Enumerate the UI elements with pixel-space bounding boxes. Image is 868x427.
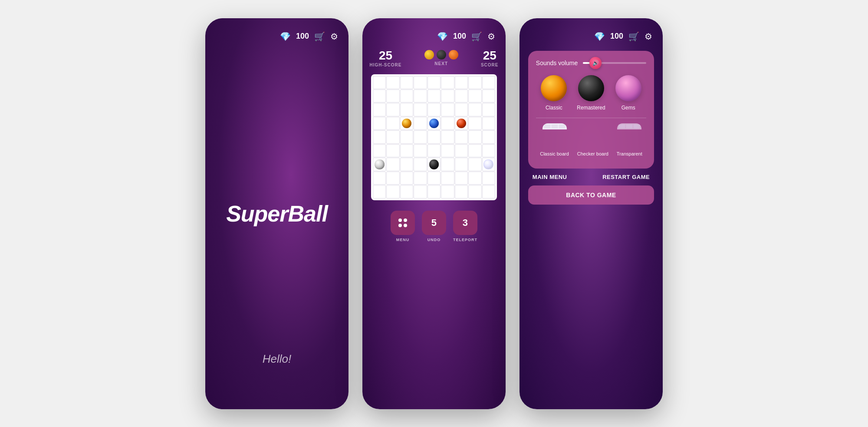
cell-3-8[interactable] (468, 103, 481, 116)
cart-button-1[interactable]: 🛒 (314, 31, 325, 42)
cell-7-4[interactable] (414, 158, 427, 171)
cell-6-8[interactable] (468, 144, 481, 157)
cell-1-8[interactable] (468, 76, 481, 89)
cell-8-3[interactable] (400, 172, 413, 185)
cell-9-8[interactable] (468, 185, 481, 198)
cell-9-6[interactable] (441, 185, 454, 198)
cell-3-7[interactable] (455, 103, 468, 116)
cell-6-9[interactable] (482, 144, 495, 157)
menu-button[interactable] (391, 211, 415, 235)
cell-8-6[interactable] (441, 172, 454, 185)
cell-1-9[interactable] (482, 76, 495, 89)
cell-2-7[interactable] (455, 89, 468, 103)
cell-7-5[interactable] (427, 158, 441, 171)
cell-7-7[interactable] (455, 158, 468, 171)
cell-7-6[interactable] (441, 158, 454, 171)
cell-2-1[interactable] (373, 89, 386, 103)
board-option-checker[interactable]: Checker board (577, 123, 608, 156)
cell-5-3[interactable] (400, 130, 413, 143)
cell-1-2[interactable] (386, 76, 399, 89)
cell-8-4[interactable] (414, 172, 427, 185)
cell-7-2[interactable] (386, 158, 399, 171)
cell-2-5[interactable] (427, 89, 441, 103)
cell-3-9[interactable] (482, 103, 495, 116)
cell-9-1[interactable] (373, 185, 386, 198)
cell-3-5[interactable] (427, 103, 441, 116)
cell-4-9[interactable] (482, 117, 495, 130)
cell-5-6[interactable] (441, 130, 454, 143)
cell-9-7[interactable] (455, 185, 468, 198)
cell-9-4[interactable] (414, 185, 427, 198)
cell-5-8[interactable] (468, 130, 481, 143)
cell-1-3[interactable] (400, 76, 413, 89)
cart-button-2[interactable]: 🛒 (471, 31, 482, 42)
cell-3-6[interactable] (441, 103, 454, 116)
teleport-button[interactable]: 3 (453, 211, 477, 235)
cell-5-5[interactable] (427, 130, 441, 143)
cell-7-1[interactable] (373, 158, 386, 171)
cell-8-9[interactable] (482, 172, 495, 185)
settings-button-2[interactable]: ⚙ (487, 31, 495, 42)
cell-2-9[interactable] (482, 89, 495, 103)
cell-3-4[interactable] (414, 103, 427, 116)
cell-5-1[interactable] (373, 130, 386, 143)
cell-4-6[interactable] (441, 117, 454, 130)
cart-button-3[interactable]: 🛒 (628, 31, 639, 42)
restart-game-button[interactable]: RESTART GAME (602, 174, 650, 180)
cell-7-9[interactable] (482, 158, 495, 171)
cell-4-4[interactable] (414, 117, 427, 130)
settings-button-3[interactable]: ⚙ (644, 31, 652, 42)
cell-8-7[interactable] (455, 172, 468, 185)
cell-4-1[interactable] (373, 117, 386, 130)
slider-thumb[interactable]: 🔊 (589, 57, 602, 69)
cell-6-7[interactable] (455, 144, 468, 157)
volume-slider[interactable]: 🔊 (583, 62, 646, 64)
cell-8-1[interactable] (373, 172, 386, 185)
cell-8-5[interactable] (427, 172, 441, 185)
cell-3-1[interactable] (373, 103, 386, 116)
board-option-transparent[interactable]: Transparent (617, 123, 642, 156)
cell-4-5[interactable] (427, 117, 441, 130)
cell-6-2[interactable] (386, 144, 399, 157)
ball-option-gems[interactable]: Gems (615, 75, 641, 111)
cell-1-1[interactable] (373, 76, 386, 89)
settings-button-1[interactable]: ⚙ (330, 31, 338, 42)
cell-1-6[interactable] (441, 76, 454, 89)
cell-7-8[interactable] (468, 158, 481, 171)
cell-7-3[interactable] (400, 158, 413, 171)
cell-5-7[interactable] (455, 130, 468, 143)
cell-4-3[interactable] (400, 117, 413, 130)
cell-6-4[interactable] (414, 144, 427, 157)
cell-1-5[interactable] (427, 76, 441, 89)
cell-9-2[interactable] (386, 185, 399, 198)
game-board[interactable] (371, 74, 497, 200)
cell-2-6[interactable] (441, 89, 454, 103)
cell-1-4[interactable] (414, 76, 427, 89)
cell-5-2[interactable] (386, 130, 399, 143)
cell-4-8[interactable] (468, 117, 481, 130)
cell-2-4[interactable] (414, 89, 427, 103)
ball-option-remastered[interactable]: Remastered (577, 75, 605, 111)
cell-6-6[interactable] (441, 144, 454, 157)
cell-6-1[interactable] (373, 144, 386, 157)
cell-5-9[interactable] (482, 130, 495, 143)
ball-option-classic[interactable]: Classic (541, 75, 567, 111)
cell-8-2[interactable] (386, 172, 399, 185)
cell-3-2[interactable] (386, 103, 399, 116)
cell-8-8[interactable] (468, 172, 481, 185)
cell-2-2[interactable] (386, 89, 399, 103)
cell-1-7[interactable] (455, 76, 468, 89)
cell-3-3[interactable] (400, 103, 413, 116)
back-to-game-button[interactable]: BACK TO GAME (528, 185, 654, 205)
main-menu-button[interactable]: MAIN MENU (533, 174, 567, 180)
cell-2-3[interactable] (400, 89, 413, 103)
cell-6-5[interactable] (427, 144, 441, 157)
cell-6-3[interactable] (400, 144, 413, 157)
undo-button[interactable]: 5 (422, 211, 446, 235)
cell-4-7[interactable] (455, 117, 468, 130)
cell-9-3[interactable] (400, 185, 413, 198)
cell-9-5[interactable] (427, 185, 441, 198)
cell-2-8[interactable] (468, 89, 481, 103)
cell-4-2[interactable] (386, 117, 399, 130)
cell-5-4[interactable] (414, 130, 427, 143)
